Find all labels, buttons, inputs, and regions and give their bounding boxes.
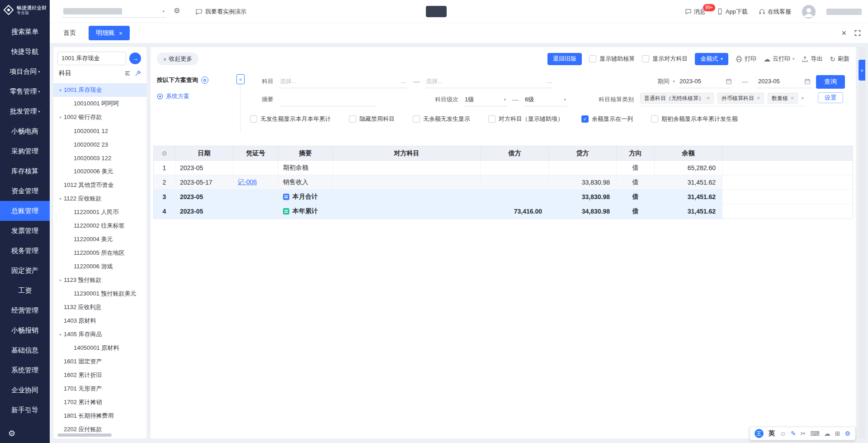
sidebar-item[interactable]: 发票管理: [0, 221, 50, 241]
avatar[interactable]: [802, 5, 816, 19]
category-tag[interactable]: 普通科目（无特殊核算）×: [640, 93, 714, 104]
subject-to-input[interactable]: 选择... …: [425, 75, 554, 88]
tree-expand-icon[interactable]: ▾: [57, 88, 64, 92]
table-settings-gear-icon[interactable]: ⚙: [154, 146, 175, 160]
sidebar-item[interactable]: 项目合同▾: [0, 62, 50, 81]
level-from-select[interactable]: 1级 ▾: [464, 93, 507, 106]
export-button[interactable]: 导出: [802, 55, 822, 63]
ime-language[interactable]: 英: [769, 429, 775, 438]
chevron-down-icon[interactable]: ▾: [802, 96, 804, 100]
tree-node[interactable]: ▾1123 预付账款: [53, 273, 146, 287]
tree-expand-icon[interactable]: ▾: [57, 278, 64, 282]
subject-search-input[interactable]: [57, 52, 126, 65]
sidebar-item[interactable]: 搜索菜单: [0, 22, 50, 42]
cell-voucher[interactable]: 记-006: [233, 175, 278, 189]
tree-node[interactable]: ▾1405 库存商品: [53, 328, 146, 341]
tree-node[interactable]: 14050001 原材料: [53, 341, 146, 355]
collapse-more-button[interactable]: ∧ 收起更多: [157, 52, 198, 65]
expand-panel-button[interactable]: «: [859, 60, 865, 81]
cloud-icon[interactable]: ☁: [824, 430, 830, 437]
list-icon[interactable]: [124, 70, 131, 76]
table-row[interactable]: 32023-05本月合计33,830.98借31,451.62: [154, 190, 853, 204]
gear-icon[interactable]: ⚙: [174, 6, 180, 15]
query-option[interactable]: 期初余额显示本年累计发生额: [651, 115, 738, 123]
sidebar-item[interactable]: 库存核算: [0, 161, 50, 181]
tree-node[interactable]: ▾1122 应收账款: [53, 192, 146, 205]
collapse-panel-button[interactable]: «: [236, 74, 245, 84]
search-go-button[interactable]: →: [129, 52, 141, 64]
tree-node[interactable]: 10020002 23: [53, 138, 146, 151]
tree-node[interactable]: 1132 应收利息: [53, 300, 146, 314]
tree-node[interactable]: 1702 累计摊销: [53, 395, 146, 409]
sidebar-item[interactable]: 新手引导: [0, 400, 50, 420]
table-row[interactable]: 22023-05-17记-006销售收入33,830.98借31,451.62: [154, 175, 853, 190]
tree-node[interactable]: 10020001 12: [53, 124, 146, 138]
tree-node[interactable]: 1403 原材料: [53, 314, 146, 328]
messages-button[interactable]: 消息 99+: [685, 8, 706, 16]
level-to-select[interactable]: 6级 ▾: [524, 93, 567, 106]
back-to-old-button[interactable]: 退回旧版: [547, 53, 582, 65]
tree-node[interactable]: 1012 其他货币资金: [53, 178, 146, 192]
tree-node[interactable]: ▾1002 银行存款: [53, 110, 146, 124]
subject-from-input[interactable]: 选择... …: [279, 75, 408, 88]
tree-node[interactable]: 10020006 美元: [53, 165, 146, 178]
tree-node[interactable]: 1701 无形资产: [53, 382, 146, 395]
pencil-icon[interactable]: ✎: [791, 430, 796, 437]
period-from-input[interactable]: 2023-05: [679, 75, 733, 88]
gear-icon[interactable]: ⚙: [844, 430, 850, 437]
tree-node[interactable]: 1801 长期待摊费用: [53, 409, 146, 423]
subject-picker-icon[interactable]: …: [401, 78, 407, 85]
query-button[interactable]: 查询: [816, 75, 845, 89]
tag-remove-icon[interactable]: ×: [707, 95, 710, 101]
sidebar-settings-gear-icon[interactable]: ⚙: [8, 429, 15, 438]
tree-node[interactable]: 11220001 人民币: [53, 205, 146, 219]
show-counter-checkbox[interactable]: 显示对方科目: [642, 55, 688, 63]
summary-input[interactable]: [279, 93, 376, 106]
sidebar-item[interactable]: 税务管理: [0, 241, 50, 261]
system-scheme-link[interactable]: 系统方案: [157, 92, 238, 100]
tab-close-icon[interactable]: ×: [119, 30, 123, 37]
sidebar-item[interactable]: 小畅报销: [0, 320, 50, 340]
sidebar-item[interactable]: 基础信息: [0, 340, 50, 360]
horizontal-scrollbar[interactable]: [57, 433, 112, 437]
pin-icon[interactable]: [135, 70, 141, 76]
print-button[interactable]: 打印: [736, 55, 756, 63]
sidebar-item[interactable]: 经营管理: [0, 300, 50, 320]
category-tag[interactable]: 外币核算科目×: [717, 93, 764, 104]
sidebar-item[interactable]: 企业协同: [0, 380, 50, 400]
ime-logo[interactable]: 王: [755, 429, 764, 438]
table-row[interactable]: 42023-05本年累计73,416.0034,830.98借31,451.62: [154, 204, 853, 219]
emoji-icon[interactable]: ☺: [780, 430, 786, 437]
tree-node[interactable]: 11220006 游戏: [53, 260, 146, 273]
scissors-icon[interactable]: ✂: [801, 430, 806, 437]
settings-button[interactable]: 设置: [818, 92, 843, 103]
close-icon[interactable]: ×: [841, 29, 846, 37]
tree-node[interactable]: ▾1001 库存现金: [53, 83, 146, 97]
refresh-button[interactable]: ↻ 刷新: [830, 55, 849, 63]
sidebar-item[interactable]: 总账管理: [0, 201, 50, 221]
tree-node[interactable]: 11220004 美元: [53, 233, 146, 246]
query-option[interactable]: 隐藏禁用科目: [349, 115, 395, 123]
app-download-button[interactable]: App下载: [717, 8, 748, 16]
sidebar-item[interactable]: 小畅电商: [0, 121, 50, 141]
scheme-gear-icon[interactable]: ⚙: [201, 76, 208, 84]
table-row[interactable]: 12023-05期初余额借65,282.60: [154, 161, 853, 175]
tree-node[interactable]: 2202 应付账款: [53, 423, 146, 432]
tree-node[interactable]: 11220002 往来标签: [53, 219, 146, 233]
tree-node[interactable]: 10010001 呵呵呵: [53, 97, 146, 110]
tree-node[interactable]: 1601 固定资产: [53, 355, 146, 368]
sidebar-item[interactable]: 系统管理: [0, 360, 50, 380]
category-tag[interactable]: 数量核×: [768, 93, 798, 104]
sidebar-item[interactable]: 资金管理: [0, 181, 50, 201]
sidebar-item[interactable]: 工资: [0, 281, 50, 300]
cloud-print-button[interactable]: ☁ 云打印 ▾: [764, 55, 795, 63]
support-button[interactable]: 在线客服: [759, 8, 791, 16]
workspace-selector[interactable]: ▾: [61, 5, 166, 18]
sidebar-item[interactable]: 快捷导航: [0, 42, 50, 62]
chevron-down-icon[interactable]: ▾: [673, 79, 675, 84]
subject-picker-icon[interactable]: …: [547, 78, 553, 85]
tree-node[interactable]: 11220005 所在地区: [53, 246, 146, 260]
tree-node[interactable]: 11230001 预付账款美元: [53, 287, 146, 300]
tab-0[interactable]: 首页: [56, 26, 83, 40]
query-option[interactable]: 无余额无发生显示: [413, 115, 470, 123]
